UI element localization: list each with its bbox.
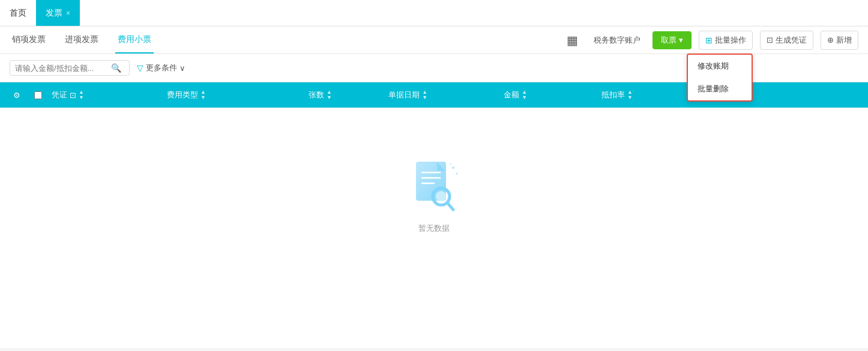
sub-tabs-left: 销项发票 进项发票 费用小票	[10, 26, 154, 53]
generate-voucher-icon: ⊡	[767, 35, 773, 44]
top-nav: 首页 发票 ×	[0, 0, 868, 26]
nav-tab-invoice[interactable]: 发票 ×	[36, 0, 80, 26]
add-label: 新增	[836, 35, 852, 46]
quepiao-button[interactable]: 取票 ▾	[653, 31, 692, 49]
checkbox-column-header[interactable]	[29, 91, 47, 99]
date-header-label: 单据日期	[388, 90, 420, 100]
count-header-label: 张数	[309, 90, 324, 100]
voucher-header-label: 凭证	[52, 90, 67, 100]
more-conditions-label: 更多条件	[146, 63, 177, 73]
batch-ops-icon: ⊞	[705, 35, 713, 45]
deduct-rate-sort[interactable]: ▲ ▼	[627, 90, 633, 100]
tab-sales-invoice[interactable]: 销项发票	[10, 26, 48, 53]
settings-icon: ⚙	[13, 91, 20, 100]
deduct-rate-column-header[interactable]: 抵扣率 ▲ ▼	[597, 90, 695, 100]
generate-voucher-button[interactable]: ⊡ 生成凭证	[760, 31, 813, 50]
batch-ops-label: 批量操作	[715, 35, 746, 46]
batch-delete-item[interactable]: 批量删除	[688, 78, 752, 100]
svg-point-5	[436, 191, 447, 202]
count-sort[interactable]: ▲ ▼	[327, 90, 332, 100]
empty-state: 暂无数据	[0, 108, 868, 258]
select-all-checkbox[interactable]	[34, 91, 42, 99]
tax-account-button[interactable]: 税务数字账户	[589, 35, 645, 46]
date-column-header[interactable]: 单据日期 ▲ ▼	[384, 90, 499, 100]
date-sort[interactable]: ▲ ▼	[422, 90, 427, 100]
amount-sort[interactable]: ▲ ▼	[522, 90, 527, 100]
nav-tab-label: 发票	[46, 8, 62, 19]
nav-tab-close[interactable]: ×	[66, 9, 70, 17]
quepiao-label: 取票	[661, 35, 677, 46]
more-conditions-button[interactable]: ▽ 更多条件 ∨	[137, 63, 185, 73]
expense-type-column-header[interactable]: 费用类型 ▲ ▼	[162, 90, 304, 100]
expense-type-sort[interactable]: ▲ ▼	[200, 90, 206, 100]
expense-type-header-label: 费用类型	[167, 90, 198, 100]
tab-expense-receipt[interactable]: 费用小票	[115, 26, 154, 53]
amount-header-label: 金额	[504, 90, 519, 100]
voucher-sort[interactable]: ▲ ▼	[79, 90, 84, 100]
search-input[interactable]	[15, 64, 111, 73]
qr-code-button[interactable]: ▦	[562, 31, 582, 50]
sub-tabs-bar: 销项发票 进项发票 费用小票 ▦ 税务数字账户 取票 ▾ ⊞ 批量操作	[0, 26, 868, 54]
settings-column-header[interactable]: ⚙	[5, 91, 29, 100]
empty-state-label: 暂无数据	[418, 223, 450, 234]
tab-input-invoice[interactable]: 进项发票	[62, 26, 101, 53]
modify-period-item[interactable]: 修改账期	[688, 55, 752, 78]
svg-point-9	[450, 163, 451, 165]
empty-icon	[404, 156, 464, 216]
voucher-column-header[interactable]: 凭证 ⊡ ▲ ▼	[47, 90, 162, 100]
svg-point-7	[452, 166, 454, 169]
quepiao-arrow: ▾	[679, 35, 683, 44]
voucher-header-icon: ⊡	[70, 91, 76, 100]
amount-column-header[interactable]: 金额 ▲ ▼	[499, 90, 597, 100]
nav-home[interactable]: 首页	[0, 0, 36, 26]
batch-ops-dropdown: 修改账期 批量删除	[687, 53, 753, 102]
deduct-rate-header-label: 抵扣率	[601, 90, 625, 100]
search-icon[interactable]: 🔍	[111, 63, 121, 73]
search-input-wrap: 🔍	[10, 60, 130, 76]
more-conditions-arrow: ∨	[179, 64, 185, 73]
batch-ops-container: ⊞ 批量操作 修改账期 批量删除	[699, 31, 753, 50]
main-content: 暂无数据	[0, 108, 868, 348]
svg-point-8	[456, 173, 458, 175]
filter-icon: ▽	[137, 63, 143, 73]
qr-icon: ▦	[567, 33, 578, 47]
add-icon: ⊕	[827, 35, 834, 44]
sub-tabs-right: ▦ 税务数字账户 取票 ▾ ⊞ 批量操作 修改账期 批量删除 ⊡ 生成	[562, 31, 858, 50]
batch-ops-button[interactable]: ⊞ 批量操作	[699, 31, 753, 50]
add-button[interactable]: ⊕ 新增	[821, 31, 858, 50]
svg-line-6	[447, 203, 453, 210]
generate-voucher-label: 生成凭证	[776, 35, 807, 46]
count-column-header[interactable]: 张数 ▲ ▼	[304, 90, 384, 100]
